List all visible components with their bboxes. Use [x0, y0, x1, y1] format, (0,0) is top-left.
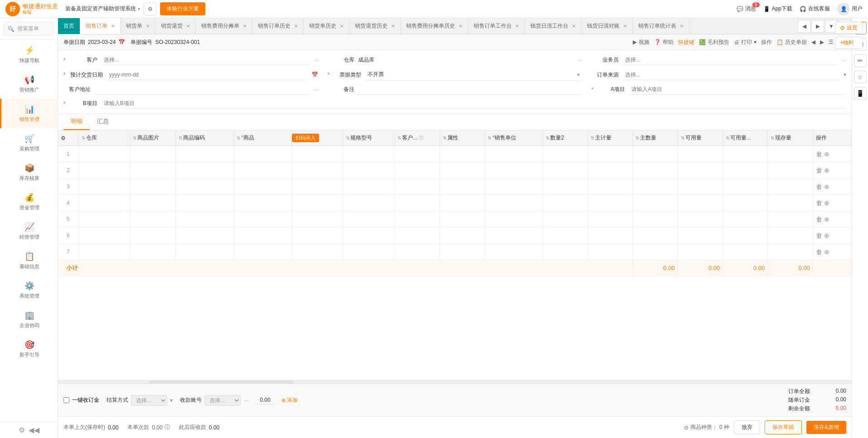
- tab-sales-stats[interactable]: 销售订单统计表 ✕: [633, 18, 689, 34]
- col-stock-sort[interactable]: ⇅: [771, 135, 774, 140]
- row-copy-btn[interactable]: ⊕: [824, 216, 829, 223]
- tab-close-cash-reconcile[interactable]: ✕: [623, 24, 627, 29]
- order-source-input[interactable]: [622, 70, 840, 80]
- tab-close-sales-order-history[interactable]: ✕: [294, 24, 298, 29]
- sidebar-collapse-btn[interactable]: ◀◀: [29, 426, 39, 434]
- tab-cash-daily[interactable]: 钱货日清工作台 ✕: [525, 18, 582, 34]
- system-selector[interactable]: 装备及固定资产辅助管理系统 ▾: [62, 5, 140, 13]
- user-menu[interactable]: 👤 用户: [837, 3, 863, 15]
- sidebar-item-inventory[interactable]: 📦 库存核算: [0, 158, 58, 187]
- row-copy-btn[interactable]: ⊕: [824, 167, 829, 174]
- view-btn[interactable]: ▶ 视频: [633, 39, 650, 46]
- order-source-arrow[interactable]: ▾: [844, 72, 846, 78]
- layout-prev-btn[interactable]: ◀: [811, 39, 815, 45]
- right-panel-edit-btn[interactable]: ✏: [854, 54, 867, 67]
- tab-sales-order-workbench[interactable]: 销售订单工作台 ✕: [468, 18, 525, 34]
- col-avail-detail-sort[interactable]: ⇅: [726, 135, 729, 140]
- tab-close-sales-refund-history[interactable]: ✕: [391, 24, 395, 29]
- tab-next-btn[interactable]: ▶: [811, 20, 824, 33]
- address-input[interactable]: [94, 84, 309, 95]
- sidebar-item-enterprise[interactable]: 🏢 企业协同: [0, 305, 58, 334]
- calendar-icon[interactable]: 📅: [118, 39, 125, 45]
- col-cust-sort[interactable]: ⇅: [398, 135, 401, 140]
- history-btn[interactable]: 📋 历史单据: [776, 39, 807, 46]
- tab-close-cash-daily[interactable]: ✕: [572, 24, 576, 29]
- row-copy-btn[interactable]: ⊕: [824, 199, 829, 207]
- sidebar-item-basic[interactable]: 📋 基础信息: [0, 246, 58, 275]
- scrollbar-track[interactable]: [149, 380, 294, 384]
- row-delete-btn[interactable]: 🗑: [816, 183, 822, 190]
- sidebar-settings-btn[interactable]: ⚙: [19, 426, 25, 434]
- row-copy-btn[interactable]: ⊕: [824, 232, 829, 239]
- scan-input-btn[interactable]: 扫码录入: [292, 134, 319, 142]
- row-delete-btn[interactable]: 🗑: [816, 150, 822, 158]
- tab-cash-reconcile[interactable]: 钱货日清对账 ✕: [582, 18, 633, 34]
- sidebar-item-sales[interactable]: 📊 销售管理: [0, 99, 58, 128]
- right-panel-mobile-btn[interactable]: 📱: [854, 87, 867, 100]
- online-service-btn[interactable]: 🎧 在线客服: [800, 5, 830, 13]
- col-unit-sort[interactable]: ⇅: [488, 135, 491, 140]
- settings-icon-btn[interactable]: ⚙: [144, 3, 156, 15]
- salesperson-more-btn[interactable]: ···: [842, 57, 846, 63]
- tab-close-sales-return[interactable]: ✕: [146, 24, 150, 29]
- col-warehouse-sort[interactable]: ⇅: [82, 135, 85, 140]
- a-project-input[interactable]: [629, 84, 846, 95]
- payment-method-select[interactable]: 选择...: [131, 395, 167, 406]
- app-download-btn[interactable]: 📱 App下载: [763, 5, 792, 13]
- salesperson-input[interactable]: [622, 55, 837, 65]
- current-debt-info[interactable]: 0.00 ⓘ: [152, 424, 170, 431]
- tab-close-sales-stats[interactable]: ✕: [680, 24, 684, 29]
- col-avail-sort[interactable]: ⇅: [681, 135, 684, 140]
- sidebar-item-purchase[interactable]: 🛒 采购管理: [0, 128, 58, 158]
- row-delete-btn[interactable]: 🗑: [816, 232, 822, 239]
- col-spec-sort[interactable]: ⇅: [346, 135, 349, 140]
- tab-close-sales-expense[interactable]: ✕: [243, 24, 247, 29]
- tab-detail[interactable]: 明细: [63, 114, 90, 130]
- invoice-type-select[interactable]: 不开票 ▾: [365, 69, 582, 81]
- customer-more-btn[interactable]: ···: [314, 57, 318, 63]
- table-container[interactable]: ⚙ ⇅仓库 ⇅商品图片 ⇅商品编码: [58, 130, 852, 380]
- trial-button[interactable]: 体验行业方案: [160, 2, 205, 15]
- row-copy-btn[interactable]: ⊕: [824, 248, 829, 255]
- b-project-input[interactable]: [101, 98, 846, 109]
- tab-sales-return-history[interactable]: 销货单历史 ✕: [304, 18, 349, 34]
- search-menu-button[interactable]: 🔍 搜索菜单: [4, 22, 54, 36]
- col-main-unit-sort[interactable]: ⇅: [591, 135, 594, 140]
- tab-sales-order[interactable]: 销售订单 ✕: [80, 18, 121, 34]
- discard-button[interactable]: 放弃: [734, 420, 760, 434]
- tab-close-sales-order[interactable]: ✕: [111, 24, 115, 29]
- add-payment-btn[interactable]: ⊕ 添加: [281, 396, 298, 404]
- col-qty2-sort[interactable]: ⇅: [546, 135, 549, 140]
- layout-next-btn[interactable]: ▶: [820, 39, 824, 45]
- print-btn[interactable]: 🖨 打印 ▾: [734, 39, 756, 46]
- delivery-calendar-icon[interactable]: 📅: [311, 72, 318, 78]
- col-main-qty-sort[interactable]: ⇅: [635, 135, 639, 140]
- one-click-deposit-checkbox[interactable]: 一键收订金: [63, 396, 99, 404]
- save-new-button[interactable]: 保存&新增: [806, 421, 846, 434]
- invoice-type-arrow[interactable]: ▾: [577, 72, 580, 78]
- receipt-account-select[interactable]: 选择...: [204, 395, 241, 406]
- tab-sales-order-history[interactable]: 销售订单历史 ✕: [252, 18, 304, 34]
- save-draft-button[interactable]: 保存草稿: [765, 420, 802, 434]
- one-click-checkbox-input[interactable]: [63, 397, 69, 403]
- tab-close-sales-order-workbench[interactable]: ✕: [515, 24, 519, 29]
- tab-home[interactable]: 首页: [58, 18, 80, 34]
- col-cust-info-icon[interactable]: ⓘ: [419, 135, 423, 140]
- product-count-info[interactable]: ⊙ 商品种类： 0 种: [684, 424, 729, 431]
- col-image-sort[interactable]: ⇅: [133, 135, 136, 140]
- tab-sales-refund[interactable]: 销货退货 ✕: [155, 18, 196, 34]
- tab-sales-return[interactable]: 销货单 ✕: [121, 18, 155, 34]
- operate-btn[interactable]: 操作: [761, 39, 772, 46]
- horizontal-scrollbar[interactable]: [58, 380, 852, 384]
- sidebar-item-marketing[interactable]: 📢 营销推广: [0, 69, 58, 99]
- right-panel-star-btn[interactable]: ☆: [854, 71, 867, 83]
- sidebar-item-system[interactable]: ⚙️ 系统管理: [0, 275, 58, 305]
- profit-btn[interactable]: 💹 毛利预告: [699, 39, 729, 46]
- sidebar-item-operations[interactable]: 📈 经营管理: [0, 217, 58, 246]
- row-delete-btn[interactable]: 🗑: [816, 167, 822, 174]
- row-delete-btn[interactable]: 🗑: [816, 248, 822, 255]
- tab-sales-refund-history[interactable]: 销货退货历史 ✕: [349, 18, 401, 34]
- remark-input[interactable]: [358, 84, 582, 95]
- help-btn[interactable]: ❓ 帮助: [654, 39, 674, 46]
- col-attr-sort[interactable]: ⇅: [443, 135, 446, 140]
